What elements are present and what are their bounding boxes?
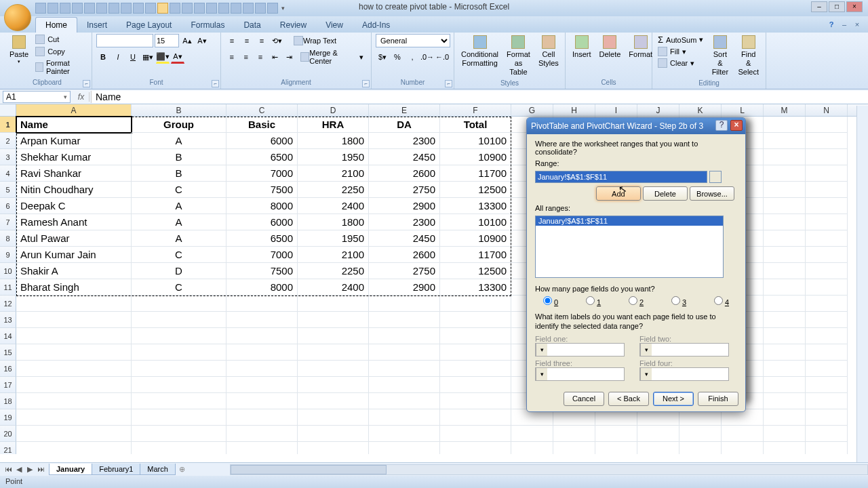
cell[interactable]: 6000: [226, 133, 298, 149]
qat-item-icon[interactable]: [218, 3, 229, 14]
cell[interactable]: Atul Pawar: [16, 230, 132, 247]
cell[interactable]: [764, 328, 806, 344]
font-family-select[interactable]: [96, 34, 153, 47]
cell[interactable]: [806, 263, 848, 279]
dialog-launcher-icon[interactable]: ⌐: [445, 80, 452, 87]
dialog-help-button[interactable]: ?: [715, 120, 728, 131]
qat-item-icon[interactable]: [267, 3, 278, 14]
row-header[interactable]: 19: [0, 409, 16, 426]
cell[interactable]: [806, 279, 848, 296]
cell[interactable]: A: [132, 133, 226, 149]
back-button[interactable]: < Back: [608, 392, 649, 406]
sheet-nav-first-icon[interactable]: ⏮: [3, 465, 14, 474]
cell[interactable]: [298, 377, 369, 393]
dialog-close-button[interactable]: ×: [730, 120, 743, 131]
column-header[interactable]: K: [679, 104, 722, 116]
add-button[interactable]: Add: [596, 186, 641, 201]
cell[interactable]: A: [132, 198, 226, 214]
column-header[interactable]: G: [511, 104, 553, 116]
cell[interactable]: [440, 426, 511, 442]
cell[interactable]: 11700: [440, 165, 511, 182]
cell[interactable]: 2450: [369, 230, 440, 247]
cell[interactable]: [764, 149, 806, 165]
cell[interactable]: HRA: [298, 117, 369, 133]
qat-item-icon[interactable]: [72, 3, 83, 14]
cell[interactable]: 2900: [369, 198, 440, 214]
sheet-tab-february1[interactable]: February1: [92, 464, 140, 475]
cell[interactable]: 12500: [440, 182, 511, 198]
cell[interactable]: [369, 377, 440, 393]
cell[interactable]: Ravi Shankar: [16, 165, 132, 182]
align-left-icon[interactable]: ≡: [225, 50, 238, 64]
cell[interactable]: [764, 214, 806, 230]
range-input[interactable]: [535, 171, 707, 183]
cell[interactable]: 6500: [226, 230, 298, 247]
cell[interactable]: [595, 442, 637, 454]
cell[interactable]: [553, 426, 595, 442]
cell[interactable]: Arpan Kumar: [16, 133, 132, 149]
cell[interactable]: DA: [369, 117, 440, 133]
cell[interactable]: [369, 442, 440, 454]
font-color-button[interactable]: A▾: [171, 50, 184, 64]
close-button[interactable]: ×: [846, 1, 863, 12]
row-header[interactable]: 12: [0, 296, 16, 312]
format-as-table-button[interactable]: Format as Table: [504, 34, 533, 79]
dialog-launcher-icon[interactable]: ⌐: [212, 80, 219, 87]
align-right-icon[interactable]: ≡: [254, 50, 267, 64]
cell[interactable]: [764, 263, 806, 279]
horizontal-scrollbar[interactable]: [230, 464, 868, 475]
page-fields-radio-4[interactable]: 4: [714, 296, 729, 306]
cell[interactable]: 1800: [298, 133, 369, 149]
qat-item-icon[interactable]: [231, 3, 241, 14]
cell[interactable]: 10900: [440, 230, 511, 247]
qat-more-icon[interactable]: ▾: [279, 5, 287, 12]
cell[interactable]: 7000: [226, 165, 298, 182]
row-header[interactable]: 1: [0, 117, 16, 133]
cell[interactable]: [132, 393, 226, 409]
cell[interactable]: [369, 361, 440, 377]
sheet-tab-march[interactable]: March: [140, 464, 176, 475]
cell[interactable]: Deepak C: [16, 198, 132, 214]
cell[interactable]: [132, 442, 226, 454]
row-header[interactable]: 4: [0, 165, 16, 182]
cell[interactable]: [806, 230, 848, 247]
cell[interactable]: [16, 344, 132, 361]
cell[interactable]: 10100: [440, 214, 511, 230]
bold-button[interactable]: B: [96, 50, 110, 64]
tab-data[interactable]: Data: [234, 18, 270, 33]
cell[interactable]: [369, 426, 440, 442]
cell[interactable]: [440, 442, 511, 454]
range-picker-icon[interactable]: [709, 171, 722, 183]
page-fields-radio-0[interactable]: 0: [543, 296, 558, 306]
format-cells-button[interactable]: Format: [626, 34, 655, 60]
cell[interactable]: [132, 361, 226, 377]
grow-font-icon[interactable]: A▴: [180, 34, 194, 47]
cell[interactable]: [637, 409, 679, 426]
cell[interactable]: [226, 312, 298, 328]
cell[interactable]: [764, 426, 806, 442]
cell[interactable]: [298, 442, 369, 454]
cell[interactable]: [679, 409, 722, 426]
cell[interactable]: 7500: [226, 263, 298, 279]
row-header[interactable]: 10: [0, 263, 16, 279]
list-item[interactable]: January!$A$1:$F$11: [536, 216, 723, 226]
cell[interactable]: [511, 409, 553, 426]
cell[interactable]: [806, 361, 848, 377]
cell[interactable]: [16, 409, 132, 426]
delete-button[interactable]: Delete: [643, 186, 688, 201]
cell[interactable]: [298, 393, 369, 409]
column-header[interactable]: H: [553, 104, 595, 116]
column-header[interactable]: I: [595, 104, 637, 116]
cell[interactable]: [806, 377, 848, 393]
shrink-font-icon[interactable]: A▾: [195, 34, 209, 47]
cell[interactable]: [764, 165, 806, 182]
close-doc-icon[interactable]: ×: [852, 20, 863, 31]
dialog-launcher-icon[interactable]: ⌐: [83, 80, 90, 87]
cell[interactable]: [298, 344, 369, 361]
cell[interactable]: 2100: [298, 165, 369, 182]
italic-button[interactable]: I: [111, 50, 125, 64]
qat-item-icon[interactable]: [145, 3, 156, 14]
cell[interactable]: [16, 377, 132, 393]
cell[interactable]: 7000: [226, 247, 298, 263]
row-header[interactable]: 9: [0, 247, 16, 263]
